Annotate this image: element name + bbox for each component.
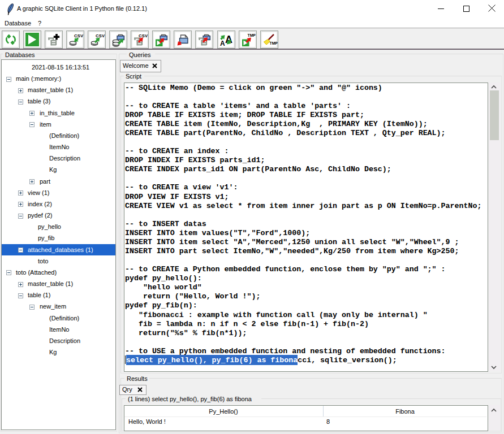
svg-text:TMP: TMP — [270, 41, 278, 45]
svg-text:CSV: CSV — [74, 33, 84, 38]
svg-text:A: A — [220, 40, 225, 47]
svg-text:TMP: TMP — [248, 33, 256, 37]
svg-text:CSV: CSV — [139, 33, 148, 38]
svg-text:CSV: CSV — [96, 33, 105, 38]
